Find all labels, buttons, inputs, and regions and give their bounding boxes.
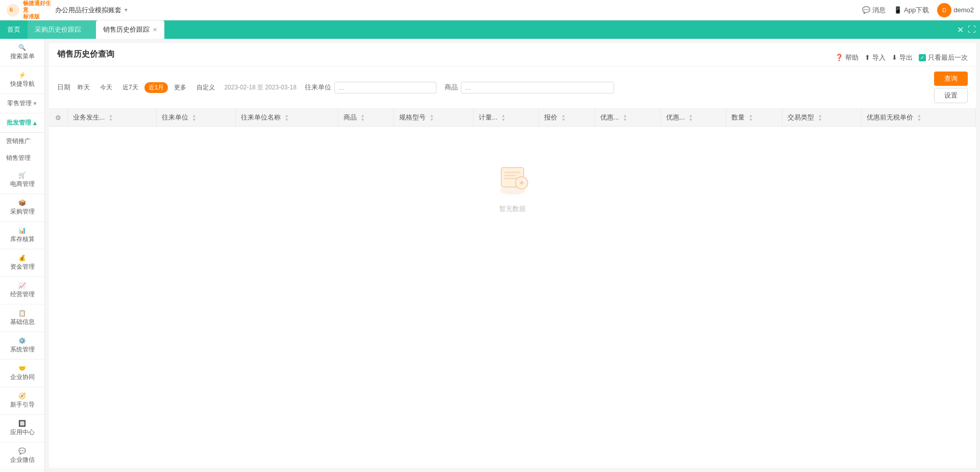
page-title-row: 销售历史价查询 ❓ 帮助 ⬆ 导入 ⬇ 导出 — [57, 49, 968, 66]
page-header: 销售历史价查询 ❓ 帮助 ⬆ 导入 ⬇ 导出 — [49, 43, 976, 66]
app-download-button[interactable]: 📱 App下载 — [894, 6, 929, 15]
sidebar-item-ecommerce[interactable]: 🛒 电商管理 — [0, 167, 44, 194]
empty-state-icon — [492, 157, 533, 198]
date-btn-more[interactable]: 更多 — [170, 82, 190, 93]
close-window-icon[interactable]: ✕ — [957, 25, 964, 35]
sidebar-item-wholesale-mgmt[interactable]: 批发管理 ▲ — [0, 113, 44, 133]
main-layout: 🔍 搜索菜单 ⚡ 快捷导航 零售管理 ▼ 批发管理 ▲ 营销推广 销售管理 🛒 … — [0, 39, 980, 472]
sidebar-item-app-center[interactable]: 🔲 应用中心 — [0, 415, 44, 442]
query-button[interactable]: 查询 — [934, 72, 968, 86]
date-range-selector: 昨天 今天 近7天 近1月 更多 自定义 — [74, 82, 219, 93]
tab-sales-close-icon[interactable]: ✕ — [153, 27, 157, 33]
sort-quote-icon[interactable]: ▲▼ — [561, 114, 566, 122]
date-btn-today[interactable]: 今天 — [96, 82, 116, 93]
operations-icon: 📈 — [18, 282, 26, 289]
th-spec: 规格型号 ▲▼ — [394, 109, 473, 127]
inventory-icon: 📊 — [18, 227, 26, 234]
date-btn-1month[interactable]: 近1月 — [144, 82, 168, 93]
logo-icon: 6 — [6, 2, 20, 18]
sort-product-icon[interactable]: ▲▼ — [360, 114, 364, 122]
sidebar-item-purchase[interactable]: 📦 采购管理 — [0, 194, 44, 222]
sort-partner-code-icon[interactable]: ▲▼ — [192, 114, 196, 122]
sidebar-item-quick-nav[interactable]: ⚡ 快捷导航 — [0, 66, 44, 94]
sidebar-item-sales-mgmt[interactable]: 销售管理 — [0, 150, 44, 167]
th-partner-code: 往来单位 ▲▼ — [156, 109, 235, 127]
sort-discount2-icon[interactable]: ▲▼ — [689, 114, 693, 122]
message-icon: 💬 — [862, 6, 870, 14]
product-filter-group: 商品 ... — [445, 82, 614, 93]
help-icon: ❓ — [835, 54, 843, 61]
avatar-icon: D — [937, 3, 951, 17]
retail-chevron-icon: ▼ — [33, 101, 38, 106]
top-bar-right: 💬 消息 📱 App下载 D demo2 — [862, 3, 974, 17]
tab-home[interactable]: 首页 — [0, 20, 28, 39]
tab-purchase-close-icon[interactable]: ✕ — [84, 27, 89, 33]
sort-pretax-price-icon[interactable]: ▲▼ — [917, 114, 921, 122]
th-gear: ⚙ — [49, 109, 67, 127]
sort-partner-name-icon[interactable]: ▲▼ — [285, 114, 289, 122]
sort-trade-type-icon[interactable]: ▲▼ — [818, 114, 822, 122]
sidebar-item-enterprise[interactable]: 🤝 企业协同 — [0, 360, 44, 387]
app-icon: 📱 — [894, 6, 902, 14]
sidebar-item-finance[interactable]: 💰 资金管理 — [0, 249, 44, 277]
import-icon: ⬆ — [865, 54, 870, 61]
message-button[interactable]: 💬 消息 — [862, 6, 886, 15]
basic-info-icon: 📋 — [18, 310, 26, 317]
partner-label: 往来单位 — [305, 83, 331, 92]
sidebar-item-vip[interactable]: 👑 畅会员 — [0, 470, 44, 472]
sidebar-item-inventory[interactable]: 📊 库存核算 — [0, 222, 44, 249]
date-btn-custom[interactable]: 自定义 — [192, 82, 219, 93]
sidebar-item-wechat[interactable]: 💬 企业微信 — [0, 442, 44, 470]
sort-qty-icon[interactable]: ▲▼ — [749, 114, 753, 122]
export-button[interactable]: ⬇ 导出 — [892, 53, 913, 62]
only-last-checkbox[interactable]: ✓ 只看最后一次 — [919, 53, 968, 62]
gear-settings-icon[interactable]: ⚙ — [55, 114, 61, 122]
data-table: ⚙ 业务发生... ▲▼ 往来单位 ▲▼ 往来单位名称 — [49, 109, 976, 127]
guide-icon: 🧭 — [18, 392, 26, 399]
sort-unit-icon[interactable]: ▲▼ — [501, 114, 505, 122]
sort-discount1-icon[interactable]: ▲▼ — [623, 114, 627, 122]
user-avatar[interactable]: D demo2 — [937, 3, 974, 17]
wholesale-chevron-icon: ▲ — [32, 120, 38, 127]
sidebar-item-operations[interactable]: 📈 经营管理 — [0, 277, 44, 304]
app-center-icon: 🔲 — [18, 420, 26, 427]
sort-spec-icon[interactable]: ▲▼ — [430, 114, 434, 122]
tab-bar: 首页 采购历史价跟踪 ✕ 销售历史价跟踪 ✕ ✕ ⛶ — [0, 20, 980, 39]
tab-bar-controls: ✕ ⛶ — [957, 25, 980, 35]
export-icon: ⬇ — [892, 54, 897, 61]
tab-purchase-history[interactable]: 采购历史价跟踪 ✕ — [28, 20, 96, 39]
sidebar-item-retail-mgmt[interactable]: 零售管理 ▼ — [0, 94, 44, 113]
th-pretax-price: 优惠前无税单价 ▲▼ — [862, 109, 976, 127]
th-discount2: 优惠... ▲▼ — [660, 109, 726, 127]
date-btn-7days[interactable]: 近7天 — [118, 82, 142, 93]
sort-biz-date-icon[interactable]: ▲▼ — [109, 114, 113, 122]
sidebar-item-system[interactable]: ⚙️ 系统管理 — [0, 332, 44, 360]
sidebar-item-marketing[interactable]: 营销推广 — [0, 133, 44, 150]
product-input[interactable]: ... — [461, 82, 614, 93]
import-button[interactable]: ⬆ 导入 — [865, 53, 886, 62]
page-actions: ❓ 帮助 ⬆ 导入 ⬇ 导出 ✓ 只看最后一次 — [835, 53, 968, 62]
date-range-display: 2023-02-18 至 2023-03-18 — [224, 83, 296, 92]
partner-filter-group: 往来单位 ... — [305, 82, 436, 93]
help-button[interactable]: ❓ 帮助 — [835, 53, 859, 62]
product-label: 商品 — [445, 83, 458, 92]
partner-input[interactable]: ... — [334, 82, 436, 93]
date-btn-yesterday[interactable]: 昨天 — [74, 82, 94, 93]
sidebar-item-search-menu[interactable]: 🔍 搜索菜单 — [0, 39, 44, 66]
th-qty: 数量 ▲▼ — [726, 109, 782, 127]
settings-button[interactable]: 设置 — [934, 88, 968, 103]
workspace-selector[interactable]: 办公用品行业模拟账套 ▼ — [55, 6, 129, 15]
tab-sales-history[interactable]: 销售历史价跟踪 ✕ — [96, 20, 164, 39]
filter-buttons: 查询 设置 — [934, 72, 968, 103]
table-header: ⚙ 业务发生... ▲▼ 往来单位 ▲▼ 往来单位名称 — [49, 109, 976, 127]
maximize-window-icon[interactable]: ⛶ — [968, 25, 976, 34]
logo-area: 6 畅捷通好生意 标准版 — [6, 0, 51, 20]
product-ellipsis: ... — [465, 84, 471, 91]
page-container: 销售历史价查询 ❓ 帮助 ⬆ 导入 ⬇ 导出 — [49, 43, 976, 468]
sidebar-item-guide[interactable]: 🧭 新手引导 — [0, 387, 44, 415]
finance-icon: 💰 — [18, 254, 26, 262]
enterprise-icon: 🤝 — [18, 365, 26, 372]
svg-text:6: 6 — [10, 6, 13, 13]
th-product: 商品 ▲▼ — [338, 109, 394, 127]
sidebar-item-basic-info[interactable]: 📋 基础信息 — [0, 304, 44, 332]
